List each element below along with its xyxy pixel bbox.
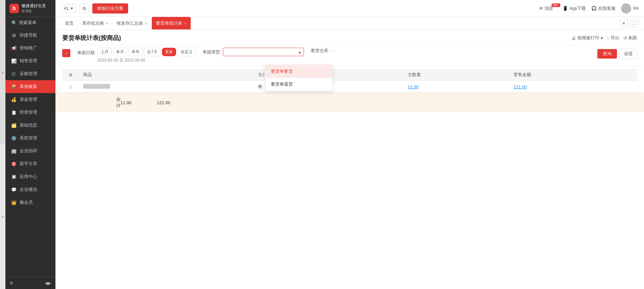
scroll-down-arrow[interactable]: ▼ <box>0 144 5 289</box>
gear-icon: ⚙ <box>82 6 87 11</box>
sidebar-item-base[interactable]: 🗂️ 基础信息 <box>5 119 55 132</box>
tab-requisition-stats-close[interactable]: × <box>184 21 186 25</box>
member-icon: 👑 <box>11 199 17 205</box>
print-chevron-icon: ▾ <box>601 36 603 41</box>
col-header-product: 商品 <box>79 69 254 81</box>
query-btn[interactable]: 查询 <box>597 49 617 59</box>
tab-requisition-stats[interactable]: 要货单统计表 × <box>152 17 191 29</box>
sidebar-item-wechat[interactable]: 💬 企业微信 <box>5 183 55 196</box>
dropdown-item-label: 要货单退货 <box>271 82 293 87</box>
product-name-blurred <box>83 84 110 89</box>
app-download-btn[interactable]: 📱 App下载 <box>563 5 586 12</box>
sidebar-item-member[interactable]: 👑 畅会员 <box>5 196 55 209</box>
chevron-down-icon: ▾ <box>71 6 73 11</box>
search-menu[interactable]: 🔍 搜索菜单 <box>5 17 55 29</box>
tab-home[interactable]: 首页 <box>61 17 78 29</box>
sidebar-item-finance[interactable]: 💰 资金管理 <box>5 93 55 106</box>
sales-icon: 📊 <box>11 58 17 64</box>
sidebar-item-operation[interactable]: 📋 经营管理 <box>5 106 55 119</box>
sidebar-item-label: 快捷导航 <box>20 32 37 38</box>
sidebar-item-label: 销售管理 <box>20 58 37 64</box>
warehouse-filter-label: 要货仓库 <box>311 48 328 54</box>
tabs-bar: 首页 库存批次账 × 收发存汇总表 × 要货单统计表 × ✕ ⛶ <box>55 17 644 30</box>
filter-settings-btn[interactable]: 设置 <box>620 49 637 59</box>
date-btn-this-year[interactable]: 本年 <box>128 48 143 56</box>
app-download-label: App下载 <box>569 5 586 12</box>
type-input-field[interactable] <box>223 48 304 56</box>
tab-expand-btn[interactable]: ⛶ <box>630 19 639 27</box>
amount-link[interactable]: 121.00 <box>514 84 527 89</box>
filter-expand-btn[interactable]: › <box>62 49 70 57</box>
sidebar-item-inventory[interactable]: 📦 库存核算 <box>5 80 55 93</box>
refresh-icon: ↺ <box>623 36 627 41</box>
operation-icon: 📋 <box>11 109 17 115</box>
cell-quantity: 11.00 <box>404 81 509 93</box>
quantity-link[interactable]: 11.00 <box>408 84 419 89</box>
date-filter-section: 单据日期 上月 本月 本年 近7天 更多 自定义 2023-05-06 至 20… <box>77 48 196 63</box>
date-btn-more[interactable]: 更多 <box>162 48 176 56</box>
messages-badge: 99+ <box>551 3 560 7</box>
app-name: 畅捷通好生意 <box>22 3 46 9</box>
sidebar-collapse-icon[interactable]: ◀▶ <box>45 281 51 286</box>
service-icon: 🎧 <box>591 6 597 11</box>
sidebar-item-label: 资金管理 <box>20 96 37 103</box>
footer-label: 合计 <box>62 96 116 109</box>
online-service-label: 在线客服 <box>598 5 616 12</box>
sidebar-item-purchase[interactable]: 🛒 采购管理 <box>5 67 55 80</box>
sidebar-item-apps[interactable]: 🔲 应用中心 <box>5 170 55 183</box>
sidebar-item-sales[interactable]: 📊 销售管理 <box>5 54 55 67</box>
dropdown-item-requisition-order[interactable]: 要货单要货 <box>265 65 332 78</box>
sidebar-settings-icon[interactable]: ⚙ <box>9 281 14 286</box>
industry-plan-btn[interactable]: 体验行业方案 <box>92 3 128 14</box>
col-header-settings[interactable]: ⚙ <box>62 69 79 81</box>
table-row: 1 块 11.00 121.00 <box>62 81 637 93</box>
topbar-settings-btn[interactable]: ⚙ <box>79 4 89 13</box>
sidebar-item-system[interactable]: ⚙️ 系统管理 <box>5 132 55 144</box>
user-avatar-btn[interactable]: Rit <box>621 3 639 14</box>
date-btn-custom[interactable]: 自定义 <box>177 48 196 56</box>
dropdown-item-requisition-return[interactable]: 要货单退货 <box>265 78 332 91</box>
user-name: Rit <box>633 6 639 11</box>
marketing-icon: 📢 <box>11 45 17 51</box>
enterprise-icon: 🏢 <box>11 148 17 154</box>
date-filter-label: 单据日期 <box>77 50 95 56</box>
tab-receivable-summary-close[interactable]: × <box>145 21 147 25</box>
cell-seq: 1 <box>62 81 79 93</box>
date-btn-7days[interactable]: 近7天 <box>144 48 161 56</box>
tab-home-label: 首页 <box>65 20 74 26</box>
col-header-amount: 零售金额 <box>509 69 637 81</box>
topbar-left: 41 ▾ ⚙ 体验行业方案 <box>61 3 128 14</box>
type-input-chevron-icon[interactable]: ▲ <box>298 50 302 54</box>
sidebar-item-label: 营销推广 <box>20 45 37 51</box>
sidebar-item-guide[interactable]: 🎯 新手引导 <box>5 157 55 170</box>
company-selector[interactable]: 41 ▾ <box>61 4 76 13</box>
tab-inventory-batch-close[interactable]: × <box>106 21 108 25</box>
sidebar-item-enterprise[interactable]: 🏢 企业协同 <box>5 144 55 157</box>
table-container: ⚙ 商品 主计量单位 主数量 零售金额 1 块 <box>55 69 644 93</box>
refresh-btn[interactable]: ↺ 刷新 <box>623 35 637 41</box>
tab-receivable-summary[interactable]: 收发存汇总表 × <box>113 17 151 29</box>
tab-inventory-batch[interactable]: 库存批次账 × <box>78 17 113 29</box>
export-btn[interactable]: ↑ 导出 <box>607 35 620 41</box>
scroll-up-arrow[interactable]: ▲ <box>0 0 5 144</box>
date-btn-last-month[interactable]: 上月 <box>97 48 112 56</box>
inventory-icon: 📦 <box>11 84 17 90</box>
sidebar-item-marketing[interactable]: 📢 营销推广 <box>5 42 55 54</box>
sidebar-item-quick-nav[interactable]: ⊞ 快捷导航 <box>5 29 55 42</box>
dropdown-item-label: 要货单要货 <box>271 69 293 74</box>
print-label: 按模板打印 <box>577 35 599 41</box>
tab-close-all-btn[interactable]: ✕ <box>620 19 628 27</box>
page-header: 要货单统计表(按商品) 🖨 按模板打印 ▾ ↑ 导出 ↺ 刷新 <box>55 30 644 45</box>
col-header-quantity: 主数量 <box>404 69 509 81</box>
online-service-btn[interactable]: 🎧 在线客服 <box>591 5 616 12</box>
download-icon: 📱 <box>563 6 568 11</box>
messages-btn[interactable]: ✉ 消息 99+ <box>539 5 557 12</box>
app-sub: 标准版 <box>22 9 46 14</box>
export-icon: ↑ <box>607 36 610 41</box>
topbar-right: ✉ 消息 99+ 📱 App下载 🎧 在线客服 Rit <box>539 3 639 14</box>
warehouse-more-icon[interactable]: ··· <box>331 48 335 54</box>
type-filter-section: 单据类型 ▲ <box>202 48 304 56</box>
print-btn[interactable]: 🖨 按模板打印 ▾ <box>572 35 603 41</box>
date-btn-this-month[interactable]: 本月 <box>113 48 127 56</box>
footer-amount: 121.00 <box>157 100 191 105</box>
